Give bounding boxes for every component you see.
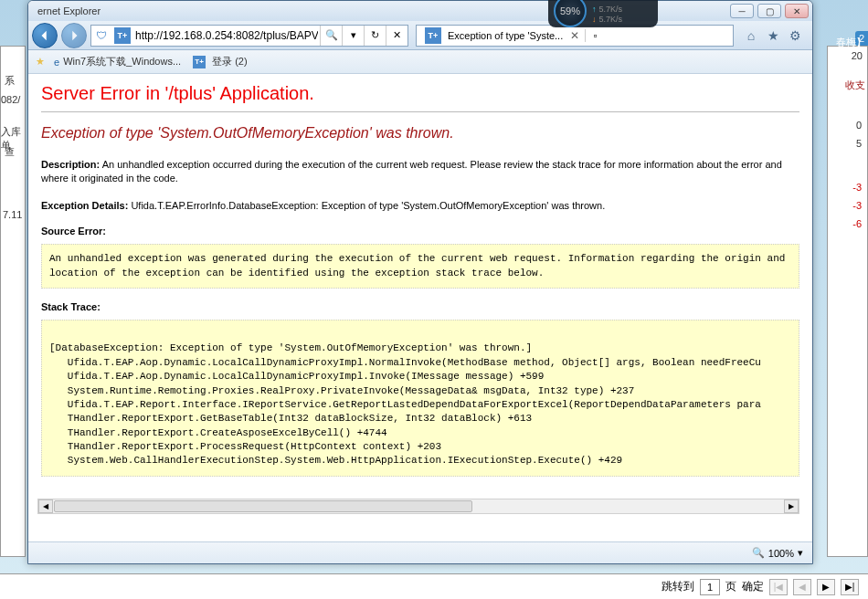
next-page-button[interactable]: ▶ <box>817 579 835 595</box>
tab-favicon: T+ <box>425 27 441 44</box>
pagination-bar: 跳转到 页 确定 |◀ ◀ ▶ ▶| <box>0 573 868 599</box>
error-heading: Server Error in '/tplus' Application. <box>41 83 799 104</box>
refresh-button[interactable]: ↻ <box>364 26 386 46</box>
stop-button[interactable]: ✕ <box>386 26 408 46</box>
favorite-link-2[interactable]: T+ 登录 (2) <box>190 55 248 68</box>
stack-trace-block: [DatabaseException: Exception of type 'S… <box>41 320 799 477</box>
tab-label: Exception of type 'Syste... <box>448 30 563 41</box>
forward-button[interactable] <box>61 23 87 48</box>
network-monitor-overlay: 59% ↑5.7K/s ↓5.7K/s <box>548 0 658 27</box>
page-number-input[interactable] <box>700 579 720 595</box>
home-icon[interactable]: ⌂ <box>743 27 759 44</box>
exception-message: Exception of type 'System.OutOfMemoryExc… <box>41 125 799 142</box>
scroll-right-button[interactable]: ▶ <box>784 499 799 513</box>
divider <box>41 111 799 112</box>
tab-close-icon[interactable]: ✕ <box>570 29 579 42</box>
horizontal-scrollbar[interactable]: ◀ ▶ <box>37 499 799 514</box>
favorite-link-1[interactable]: e Win7系统下载_Windows... <box>54 55 181 68</box>
goto-label: 跳转到 <box>662 579 694 594</box>
tab-bar: T+ Exception of type 'Syste... ✕ ▫ <box>416 25 734 47</box>
source-error-block: An unhandled exception was generated dur… <box>41 244 799 289</box>
zoom-level: 100% <box>768 548 794 559</box>
last-page-button[interactable]: ▶| <box>841 579 859 595</box>
source-error-label: Source Error: <box>41 226 799 236</box>
tab-active[interactable]: T+ Exception of type 'Syste... ✕ <box>417 26 585 46</box>
magnifier-icon: 🔍 <box>752 547 765 559</box>
address-bar: 🛡 T+ 🔍 ▾ ↻ ✕ <box>90 25 408 47</box>
close-button[interactable]: ✕ <box>785 4 809 18</box>
address-input[interactable] <box>133 29 320 42</box>
favorites-icon[interactable]: ★ <box>765 27 781 44</box>
maximize-button[interactable]: ▢ <box>757 4 781 18</box>
back-button[interactable] <box>32 23 58 48</box>
first-page-button[interactable]: |◀ <box>769 579 788 595</box>
tplus-favicon-icon: T+ <box>193 56 206 68</box>
dropdown-button[interactable]: ▾ <box>342 26 364 46</box>
exception-details-paragraph: Exception Details: Ufida.T.EAP.ErrorInfo… <box>41 199 799 213</box>
navigation-toolbar: 🛡 T+ 🔍 ▾ ↻ ✕ T+ Exception of type 'Syste… <box>28 21 812 50</box>
background-right-panel: 收支 0 5 -3 -3 -6 <box>827 46 868 557</box>
ie-browser-window: ernet Explorer ─ ▢ ✕ 🛡 T+ 🔍 ▾ ↻ ✕ T+ Exc… <box>27 0 813 564</box>
new-tab-button[interactable]: ▫ <box>585 29 605 42</box>
zoom-dropdown-icon[interactable]: ▾ <box>798 547 803 559</box>
network-usage-gauge: 59% <box>554 0 587 27</box>
settings-gear-icon[interactable]: ⚙ <box>787 27 803 44</box>
page-suffix-label: 页 <box>725 579 736 594</box>
background-left-panel: 系 082/ 入库单 查 7.11 <box>0 46 26 557</box>
window-title: ernet Explorer <box>32 5 101 16</box>
scroll-left-button[interactable]: ◀ <box>38 499 53 513</box>
search-button[interactable]: 🔍 <box>320 26 342 46</box>
prev-page-button[interactable]: ◀ <box>793 579 811 595</box>
scrollbar-thumb[interactable] <box>54 500 472 512</box>
favorites-bar: ★ e Win7系统下载_Windows... T+ 登录 (2) <box>28 50 812 74</box>
page-content: Server Error in '/tplus' Application. Ex… <box>28 74 812 541</box>
security-shield-icon[interactable]: 🛡 <box>91 29 111 42</box>
stack-trace-label: Stack Trace: <box>41 301 799 312</box>
site-favicon: T+ <box>114 27 131 44</box>
status-bar: 🔍 100% ▾ <box>28 541 812 563</box>
zoom-control[interactable]: 🔍 100% ▾ <box>752 547 803 559</box>
aspnet-error-page: Server Error in '/tplus' Application. Ex… <box>41 83 799 477</box>
minimize-button[interactable]: ─ <box>730 4 754 18</box>
window-titlebar: ernet Explorer ─ ▢ ✕ <box>28 1 812 21</box>
ie-favicon-icon: e <box>54 57 59 68</box>
description-paragraph: Description: An unhandled exception occu… <box>41 158 799 186</box>
confirm-button[interactable]: 确定 <box>742 579 764 594</box>
favorites-star-icon[interactable]: ★ <box>36 56 45 68</box>
